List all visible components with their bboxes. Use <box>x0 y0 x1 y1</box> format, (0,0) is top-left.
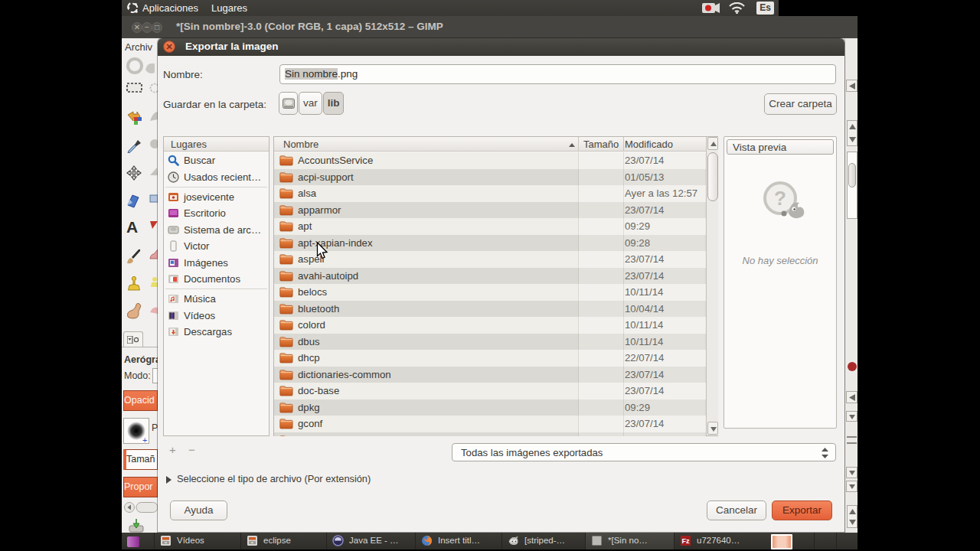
svg-text:?: ? <box>774 187 786 210</box>
svg-text:Fz: Fz <box>682 537 690 545</box>
